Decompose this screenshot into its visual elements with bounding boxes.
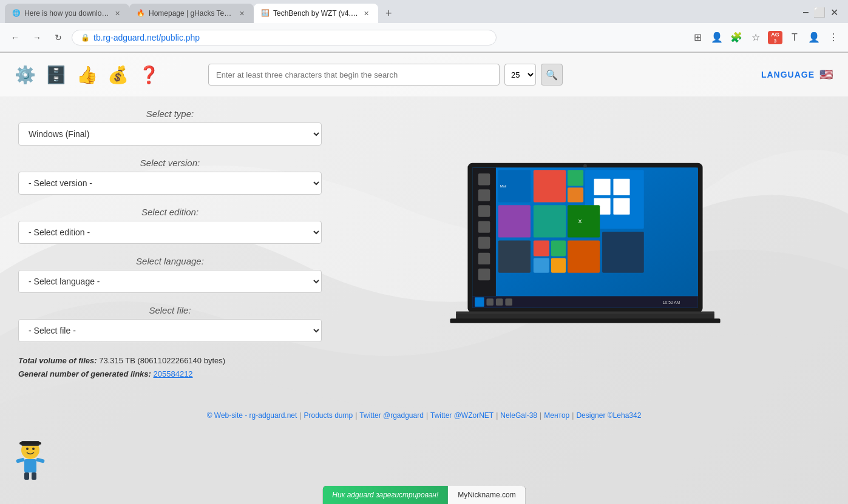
svg-rect-25 xyxy=(613,178,629,195)
new-tab-button[interactable]: + xyxy=(382,7,396,20)
footer-links: © Web-site - rg-adguard.net | Products d… xyxy=(12,411,836,420)
footer-website-link[interactable]: © Web-site - rg-adguard.net xyxy=(207,411,297,420)
svg-point-51 xyxy=(26,448,29,450)
forward-button[interactable]: → xyxy=(29,30,45,45)
page-content: ⚙️ 🗄️ 👍 💰 ❓ 25 10 50 100 🔍 LANGUAGE 🇺🇸 xyxy=(0,53,848,504)
laptop-image: 10:52 AM Mail xyxy=(446,157,725,339)
svg-rect-14 xyxy=(478,221,489,232)
tab-close-2[interactable]: ✕ xyxy=(237,9,246,18)
svg-rect-6 xyxy=(495,298,503,306)
svg-rect-29 xyxy=(533,205,565,237)
apps-icon[interactable]: ⊞ xyxy=(690,32,705,43)
total-files-line: Total volume of files: 73.315 TB (806110… xyxy=(18,354,322,368)
tab-title-3: TechBench by WZT (v4.1.1) xyxy=(273,9,358,18)
close-button[interactable]: ✕ xyxy=(830,7,838,18)
tab-title-2: Homepage | gHacks Technology ... xyxy=(149,9,234,18)
database-icon[interactable]: 🗄️ xyxy=(46,65,67,85)
footer-neleg-link[interactable]: NeleGal-38 xyxy=(500,411,537,420)
page-header: ⚙️ 🗄️ 👍 💰 ❓ 25 10 50 100 🔍 LANGUAGE 🇺🇸 xyxy=(0,53,848,96)
tab-close-1[interactable]: ✕ xyxy=(113,9,122,18)
file-group: Select file: - Select file - xyxy=(18,305,322,342)
adguard-icon[interactable]: AG3 xyxy=(768,31,782,44)
total-value: 73.315 TB (80611022266140 bytes) xyxy=(99,356,225,365)
menu-icon[interactable]: ⋮ xyxy=(826,32,841,43)
money-icon[interactable]: 💰 xyxy=(107,65,129,85)
links-label: General number of generated links: xyxy=(18,369,151,378)
svg-rect-16 xyxy=(478,252,489,264)
footer: © Web-site - rg-adguard.net | Products d… xyxy=(0,393,848,429)
language-select[interactable]: - Select language - xyxy=(18,270,322,293)
file-label: Select file: xyxy=(18,305,322,315)
svg-rect-32 xyxy=(533,258,549,272)
search-input[interactable] xyxy=(208,64,500,86)
back-button[interactable]: ← xyxy=(7,30,23,45)
browser-tab-2[interactable]: 🔥 Homepage | gHacks Technology ... ✕ xyxy=(129,4,254,23)
settings-icon[interactable]: ⚙️ xyxy=(15,65,36,85)
footer-designer-link[interactable]: Designer ©Leha342 xyxy=(576,411,641,420)
footer-twitter-wzor-link[interactable]: Twitter @WZorNET xyxy=(430,411,494,420)
search-button[interactable]: 🔍 xyxy=(541,64,563,86)
svg-rect-30 xyxy=(498,240,530,272)
svg-text:X: X xyxy=(578,218,582,224)
browser-tab-1[interactable]: 🌐 Here is how you download any W... ✕ xyxy=(5,4,129,23)
language-label: LANGUAGE xyxy=(761,70,815,79)
svg-rect-49 xyxy=(24,472,29,480)
url-bar[interactable]: 🔒 tb.rg-adguard.net/public.php xyxy=(72,30,497,45)
type-select[interactable]: Windows (Final) Windows (Insider) Office… xyxy=(18,123,322,146)
notification-bar: Ник adguard зарегистрирован! MyNickname.… xyxy=(322,486,525,504)
svg-rect-4 xyxy=(475,297,484,306)
svg-rect-33 xyxy=(551,240,565,256)
svg-rect-7 xyxy=(505,298,512,306)
footer-products-link[interactable]: Products dump xyxy=(304,411,353,420)
browser-toolbar-right: ⊞ 👤 🧩 ☆ AG3 T 👤 ⋮ xyxy=(690,31,841,44)
svg-text:Mail: Mail xyxy=(500,184,506,188)
edition-select[interactable]: - Select edition - xyxy=(18,221,322,244)
svg-rect-35 xyxy=(567,205,599,237)
version-select[interactable]: - Select version - xyxy=(18,172,322,195)
edition-label: Select edition: xyxy=(18,207,322,217)
translate-icon[interactable]: T xyxy=(787,32,802,43)
svg-rect-45 xyxy=(19,442,41,445)
svg-rect-47 xyxy=(16,457,25,463)
search-area: 25 10 50 100 🔍 xyxy=(208,64,563,86)
count-select[interactable]: 25 10 50 100 xyxy=(504,64,536,86)
flag-icon: 🇺🇸 xyxy=(819,68,833,81)
file-select[interactable]: - Select file - xyxy=(18,319,322,342)
svg-rect-5 xyxy=(486,298,494,306)
minimize-button[interactable]: – xyxy=(803,7,809,18)
extensions-icon[interactable]: 🧩 xyxy=(729,32,744,43)
tab-close-3[interactable]: ✕ xyxy=(362,9,371,18)
links-value[interactable]: 205584212 xyxy=(154,369,193,378)
profile-icon[interactable]: 👤 xyxy=(710,32,724,43)
refresh-button[interactable]: ↻ xyxy=(51,30,66,45)
footer-mentor-link[interactable]: Ментор xyxy=(544,411,569,420)
laptop-area: 10:52 AM Mail xyxy=(340,109,830,381)
svg-rect-22 xyxy=(567,187,583,202)
svg-rect-34 xyxy=(551,258,565,272)
svg-rect-50 xyxy=(32,472,36,480)
svg-rect-17 xyxy=(478,268,489,280)
help-icon[interactable]: ❓ xyxy=(138,65,160,85)
svg-rect-46 xyxy=(24,459,36,472)
mascot-character xyxy=(12,438,49,486)
star-icon[interactable]: ☆ xyxy=(748,32,763,43)
footer-twitter-rg-link[interactable]: Twitter @rgadguard xyxy=(359,411,424,420)
tab-title-1: Here is how you download any W... xyxy=(24,9,109,18)
main-content: Select type: Windows (Final) Windows (In… xyxy=(0,96,848,393)
browser-tab-3[interactable]: 🪟 TechBench by WZT (v4.1.1) ✕ xyxy=(254,4,378,23)
edition-group: Select edition: - Select edition - xyxy=(18,207,322,244)
svg-point-52 xyxy=(32,448,35,450)
tab-favicon-2: 🔥 xyxy=(137,9,145,18)
language-label: Select language: xyxy=(18,256,322,266)
links-line: General number of generated links: 20558… xyxy=(18,368,322,381)
lock-icon: 🔒 xyxy=(81,33,90,42)
language-button[interactable]: LANGUAGE 🇺🇸 xyxy=(761,68,833,81)
maximize-button[interactable]: ⬜ xyxy=(813,7,826,18)
search-icon: 🔍 xyxy=(546,69,558,81)
avatar-icon[interactable]: 👤 xyxy=(807,32,821,43)
stats-section: Total volume of files: 73.315 TB (806110… xyxy=(18,354,322,381)
type-group: Select type: Windows (Final) Windows (In… xyxy=(18,109,322,146)
svg-rect-40 xyxy=(450,318,720,323)
thumbsup-icon[interactable]: 👍 xyxy=(76,65,98,85)
type-label: Select type: xyxy=(18,109,322,119)
